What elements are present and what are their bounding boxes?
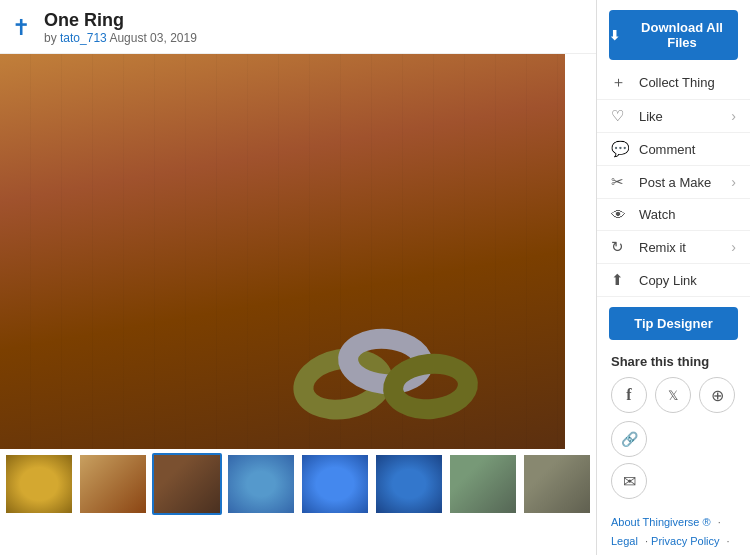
legal-link[interactable]: Legal [611,535,638,547]
scissors-icon: ✂ [611,173,631,191]
download-all-button[interactable]: ⬇ Download All Files [609,10,738,60]
eye-icon: 👁 [611,206,631,223]
post-make-item[interactable]: ✂ Post a Make › [597,166,750,199]
thing-icon: ✝ [12,15,30,41]
twitter-share-button[interactable]: 𝕏 [655,377,691,413]
like-item[interactable]: ♡ Like › [597,100,750,133]
like-arrow: › [731,108,736,124]
header: ✝ One Ring by tato_713 August 03, 2019 [0,0,596,54]
thumb-5[interactable] [300,453,370,515]
main-column: ✝ One Ring by tato_713 August 03, 2019 [0,0,596,555]
email-icon: ✉ [623,472,636,491]
post-make-label: Post a Make [639,175,731,190]
copy-link-icon: ⬆ [611,271,631,289]
share-section: Share this thing f 𝕏 ⊕ 🔗 ✉ [597,348,750,505]
collect-thing-item[interactable]: ＋ Collect Thing [597,66,750,100]
thumb-6[interactable] [374,453,444,515]
thumb-8[interactable] [522,453,592,515]
share-icons: f 𝕏 ⊕ 🔗 [611,377,736,457]
share-title: Share this thing [611,354,736,369]
remix-item[interactable]: ↻ Remix it › [597,231,750,264]
collect-label: Collect Thing [639,75,736,90]
post-make-arrow: › [731,174,736,190]
facebook-icon: f [626,386,631,404]
twitter-icon: 𝕏 [668,388,678,403]
thumb-7[interactable] [448,453,518,515]
download-icon: ⬇ [609,28,620,43]
copy-link-label: Copy Link [639,273,736,288]
watch-label: Watch [639,207,736,222]
remix-label: Remix it [639,240,731,255]
thumb-4[interactable] [226,453,296,515]
remix-icon: ↻ [611,238,631,256]
thumbnail-strip [0,449,596,519]
tip-label: Tip Designer [634,316,713,331]
author-link[interactable]: tato_713 [60,31,107,45]
email-share-button[interactable]: ✉ [611,463,647,499]
header-text: One Ring by tato_713 August 03, 2019 [44,10,197,45]
privacy-link[interactable]: Privacy Policy [651,535,719,547]
thumb-3[interactable] [152,453,222,515]
comment-label: Comment [639,142,736,157]
watch-item[interactable]: 👁 Watch [597,199,750,231]
thumb-2[interactable] [78,453,148,515]
link-icon: 🔗 [621,431,638,447]
download-label: Download All Files [626,20,738,50]
about-link[interactable]: About Thingiverse ® [611,516,711,528]
tip-designer-button[interactable]: Tip Designer [609,307,738,340]
thing-title: One Ring [44,10,197,31]
whatsapp-icon: ⊕ [711,386,724,405]
thumb-1[interactable] [4,453,74,515]
footer-links: About Thingiverse ® · Legal · Privacy Po… [597,505,750,555]
collect-icon: ＋ [611,73,631,92]
comment-icon: 💬 [611,140,631,158]
link-share-button[interactable]: 🔗 [611,421,647,457]
sidebar: ⬇ Download All Files ＋ Collect Thing ♡ L… [596,0,750,555]
copy-link-item[interactable]: ⬆ Copy Link [597,264,750,297]
like-label: Like [639,109,731,124]
whatsapp-share-button[interactable]: ⊕ [699,377,735,413]
thing-meta: by tato_713 August 03, 2019 [44,31,197,45]
comment-item[interactable]: 💬 Comment [597,133,750,166]
main-image [0,54,565,449]
heart-icon: ♡ [611,107,631,125]
facebook-share-button[interactable]: f [611,377,647,413]
action-list: ＋ Collect Thing ♡ Like › 💬 Comment ✂ Pos… [597,66,750,297]
remix-arrow: › [731,239,736,255]
